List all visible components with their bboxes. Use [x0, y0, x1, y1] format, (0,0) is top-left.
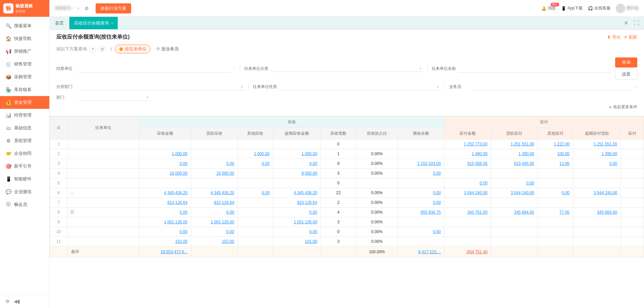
scheme-setting-button[interactable]: ⊙ — [99, 46, 106, 52]
sidebar-item-shortcut[interactable]: 🏠 快捷导航 — [0, 32, 49, 45]
cell-number[interactable]: 152.00 — [139, 237, 191, 247]
cell-number[interactable]: 1,000.00 — [238, 149, 273, 159]
cell-number[interactable]: 0.00 — [238, 188, 273, 198]
cell-number[interactable]: 18,000.00 — [139, 169, 191, 178]
scheme-collapse-button[interactable]: 《 — [108, 46, 112, 52]
settlement-unit-dots[interactable]: ··· — [232, 66, 236, 71]
sidebar-item-hardware[interactable]: 📱 智能硬件 — [0, 173, 49, 185]
cell-number[interactable]: 1,001,135.00 — [191, 217, 237, 227]
cell-number[interactable]: 655,636.75 — [397, 208, 444, 217]
cell-number[interactable]: 0.00 — [273, 159, 321, 169]
user-menu[interactable]: 用户名 — [616, 4, 639, 13]
partner-category-select[interactable]: ▾ — [270, 65, 424, 72]
cell-number[interactable]: 0.00 — [139, 227, 191, 237]
scheme-item-salesperson[interactable]: ⏱ 按业务员 — [153, 45, 182, 53]
cell-number[interactable]: 0.00 — [397, 188, 444, 198]
cell-number[interactable]: 345,684.00 — [491, 208, 538, 217]
notice-button[interactable]: 🔔 消息 99+ — [541, 5, 556, 11]
cell-number[interactable]: 0.00 — [444, 178, 491, 188]
cell-number[interactable]: 152.00 — [191, 237, 237, 247]
cell-number[interactable]: 77.00 — [538, 208, 573, 217]
sidebar-item-wechat[interactable]: 💬 企业微信 — [0, 185, 49, 198]
cell-number[interactable]: 18,000.00 — [191, 169, 237, 178]
cell-number[interactable]: 0.00 — [191, 159, 237, 169]
cell-number[interactable]: 0.00 — [273, 227, 321, 237]
sidebar-item-enterprise[interactable]: 🤝 企业协同 — [0, 147, 49, 160]
topbar-down-arrow[interactable]: ▾ — [77, 6, 79, 10]
cell-number[interactable]: 915,508.56 — [444, 159, 491, 169]
tab-close-window-icon[interactable]: ✕ — [621, 18, 631, 28]
partner-nature-select[interactable]: ▾ — [279, 84, 441, 90]
cell-number[interactable]: 0.00 — [139, 208, 191, 217]
cell-number[interactable]: 810,126.64 — [273, 198, 321, 208]
cell-number[interactable]: 100.00 — [538, 149, 573, 159]
cell-number[interactable]: 1,001,135.00 — [139, 217, 191, 227]
footer-ys-prepay[interactable]: 6,417,215.... — [397, 247, 444, 257]
sidebar-item-member[interactable]: Ⓥ 畅会员 — [0, 198, 49, 211]
cell-number[interactable]: 1,390.00 — [573, 149, 621, 159]
more-conditions-button[interactable]: ∧ 收起更多条件 — [56, 102, 637, 112]
cell-number[interactable]: 1,490.00 — [444, 149, 491, 159]
cell-number[interactable]: 810,126.64 — [139, 198, 191, 208]
manage-dept-select[interactable]: ▾ — [78, 84, 245, 90]
sidebar-item-system[interactable]: ⚙ 系统管理 — [0, 134, 49, 147]
sidebar-item-sales[interactable]: 🛒 销售管理 — [0, 58, 49, 71]
cell-number[interactable]: 1,000.00 — [139, 149, 191, 159]
cell-number[interactable]: 0.00 — [191, 208, 237, 217]
tab-maximize-icon[interactable]: ⛶ — [632, 18, 641, 28]
refresh-button[interactable]: ↺ 刷新 — [624, 34, 637, 40]
cell-number[interactable]: 0.00 — [273, 208, 321, 217]
cell-number[interactable]: 915,495.56 — [491, 159, 538, 169]
th-settings[interactable]: ⚙ — [50, 117, 68, 139]
cell-number[interactable]: 9,000.00 — [273, 169, 321, 178]
cell-number[interactable]: 1,222.00 — [538, 139, 573, 149]
cell-number[interactable]: 0.00 — [491, 178, 538, 188]
setting-button[interactable]: 设置 — [615, 69, 637, 80]
query-button[interactable]: 查询 — [615, 57, 637, 68]
footer-yf-amount[interactable]: -654,751.40 — [444, 247, 491, 257]
cell-number[interactable]: 1,001,135.00 — [273, 217, 321, 227]
cell-number[interactable]: 0.00 — [397, 198, 444, 208]
cell-number[interactable]: 2,153,333.00 — [397, 159, 444, 169]
export-button[interactable]: ⬆ 导出 — [607, 34, 621, 40]
cell-number[interactable]: 0.00 — [573, 159, 621, 169]
cell-number[interactable]: 0.00 — [191, 227, 237, 237]
cell-number[interactable]: 13.00 — [538, 159, 573, 169]
tab-close-icon[interactable]: × — [111, 21, 113, 25]
dept-select[interactable]: ▾ — [78, 94, 150, 101]
cell-number[interactable]: 4,345,436.20 — [191, 188, 237, 198]
sidebar-item-purchase[interactable]: 📦 采购管理 — [0, 71, 49, 83]
cell-number[interactable]: 3,044,240.00 — [491, 188, 538, 198]
cell-number[interactable]: 0.00 — [397, 169, 444, 178]
cell-number[interactable]: 1,252,773.00 — [444, 139, 491, 149]
cell-number[interactable]: 345,761.00 — [444, 208, 491, 217]
sidebar-item-guide[interactable]: 🎯 新手引导 — [0, 160, 49, 173]
sidebar-item-basic[interactable]: 🗂 基础信息 — [0, 122, 49, 134]
salesperson-input[interactable] — [471, 83, 632, 91]
sidebar-item-finance[interactable]: 💰 资金管理 — [0, 96, 49, 109]
online-service-button[interactable]: 🎧 在线客服 — [588, 5, 610, 11]
tab-home[interactable]: 首页 — [50, 17, 69, 29]
cell-number[interactable]: 1,251,551.00 — [573, 139, 621, 149]
add-scheme-button[interactable]: + — [90, 46, 96, 52]
tab-balance-query[interactable]: 应收应付余额查询 × — [69, 17, 118, 29]
cell-number[interactable]: 0.00 — [139, 159, 191, 169]
cell-number[interactable]: 345,684.00 — [573, 208, 621, 217]
topbar-gear-icon[interactable]: ⚙ — [85, 6, 89, 11]
solution-button[interactable]: 体验行业方案 — [96, 3, 131, 13]
cell-number[interactable]: 1,390.00 — [491, 149, 538, 159]
sidebar-item-management[interactable]: 📊 经营管理 — [0, 109, 49, 122]
sidebar-item-marketing[interactable]: 📢 营销推广 — [0, 45, 49, 58]
table-settings-icon[interactable]: ⚙ — [57, 125, 61, 130]
collapse-footer-btn[interactable]: ◀▮ — [14, 299, 20, 304]
footer-ys-amount[interactable]: 19,553,472,6... — [139, 247, 191, 257]
scheme-item-partner[interactable]: 🔶 按往来单位 — [115, 45, 150, 53]
salesperson-dots[interactable]: ··· — [634, 85, 637, 89]
cell-number[interactable]: 1,251,551.00 — [491, 139, 538, 149]
cell-number[interactable]: 4,345,436.20 — [273, 188, 321, 198]
cell-number[interactable]: 4,345,436.20 — [139, 188, 191, 198]
cell-number[interactable]: 0.00 — [538, 188, 573, 198]
partner-name-input[interactable] — [458, 65, 611, 73]
cell-number[interactable]: 101.00 — [273, 237, 321, 247]
sidebar-item-search[interactable]: 🔍 搜索菜单 — [0, 19, 49, 32]
